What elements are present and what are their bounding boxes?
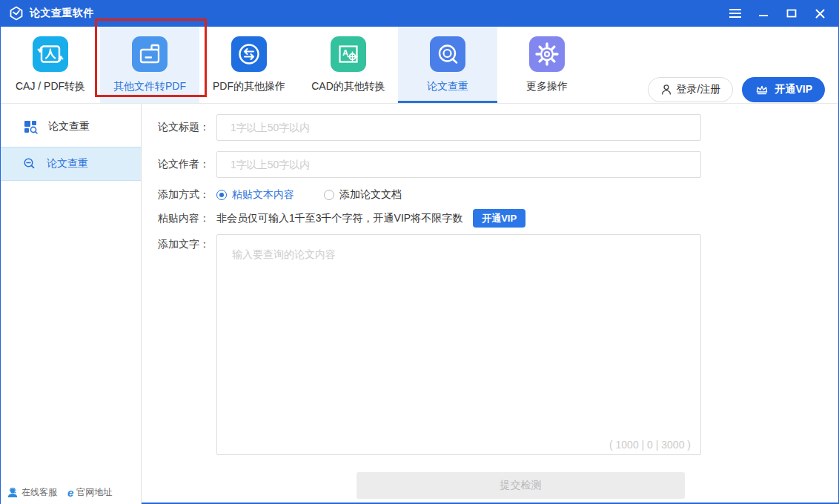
- gear-icon: [529, 36, 565, 72]
- user-icon: [660, 84, 672, 96]
- radio-paste-text-label: 粘贴文本内容: [232, 188, 294, 202]
- tab-more-operations[interactable]: 更多操作: [497, 27, 597, 103]
- add-text-label: 添加文字：: [142, 234, 210, 458]
- grid-search-icon: [23, 119, 38, 134]
- radio-unselected-icon: [324, 190, 334, 200]
- sidebar-item-label: 论文查重: [47, 157, 88, 170]
- paper-content-area: ( 1000 | 0 | 3000 ): [216, 234, 701, 458]
- zoom-out-icon: [23, 157, 36, 170]
- toolbar-tabs: CAJ / PDF转换 其他文件转PDF PDF的其他操作: [1, 27, 838, 104]
- submit-check-button[interactable]: 提交检测: [357, 472, 685, 499]
- tab-pdf-operations[interactable]: PDF的其他操作: [199, 27, 299, 103]
- add-method-row: 添加方式： 粘贴文本内容 添加论文文档: [142, 188, 838, 202]
- add-method-options: 粘贴文本内容 添加论文文档: [216, 188, 431, 202]
- paper-author-input[interactable]: [216, 151, 701, 178]
- paper-check-search-icon: [430, 36, 465, 72]
- paper-title-row: 论文标题：: [142, 114, 838, 141]
- paper-check-form: 论文标题： 论文作者： 添加方式： 粘贴文本内容 添加论文文档: [142, 104, 838, 504]
- login-register-button[interactable]: 登录/注册: [648, 77, 734, 102]
- swap-arrows-icon: [231, 36, 267, 72]
- open-vip-small-button[interactable]: 开通VIP: [473, 209, 525, 228]
- online-support-link[interactable]: 在线客服: [7, 486, 57, 499]
- paper-author-label: 论文作者：: [142, 158, 210, 171]
- maximize-button[interactable]: [780, 4, 803, 23]
- official-site-label: 官网地址: [76, 486, 112, 499]
- crown-icon: [755, 84, 769, 96]
- tab-label: 论文查重: [427, 80, 468, 93]
- tab-caj-pdf-convert[interactable]: CAJ / PDF转换: [1, 27, 100, 103]
- add-method-label: 添加方式：: [142, 188, 210, 202]
- tab-label: CAD的其他转换: [311, 80, 385, 93]
- open-vip-button[interactable]: 开通VIP: [742, 77, 825, 102]
- title-bar: 论文查重软件: [1, 0, 838, 27]
- tab-paper-check[interactable]: 论文查重: [398, 27, 497, 103]
- tab-cad-convert[interactable]: A CAD的其他转换: [299, 27, 398, 103]
- paper-author-row: 论文作者：: [142, 151, 838, 178]
- folder-to-pdf-icon: [132, 36, 168, 72]
- tab-label: 其他文件转PDF: [113, 80, 186, 93]
- sidebar: 论文查重 论文查重: [1, 104, 142, 504]
- support-agent-icon: [7, 487, 19, 499]
- menu-icon[interactable]: [724, 4, 746, 23]
- app-title: 论文查重软件: [30, 7, 94, 20]
- paste-content-row: 粘贴内容： 非会员仅可输入1千至3千个字符，开通VIP将不限字数 开通VIP: [142, 209, 838, 228]
- online-support-label: 在线客服: [21, 486, 57, 499]
- app-window: 论文查重软件: [0, 0, 839, 504]
- cad-convert-icon: A: [331, 36, 366, 72]
- sidebar-footer: 在线客服 e 官网地址: [7, 486, 122, 499]
- tab-label: PDF的其他操作: [213, 80, 285, 93]
- radio-add-document[interactable]: 添加论文文档: [324, 188, 402, 202]
- radio-add-document-label: 添加论文文档: [339, 188, 402, 202]
- paper-content-textarea[interactable]: [216, 234, 701, 455]
- tab-label: CAJ / PDF转换: [16, 80, 85, 93]
- close-button[interactable]: [809, 4, 831, 23]
- svg-text:A: A: [342, 48, 348, 57]
- account-actions: 登录/注册 开通VIP: [648, 77, 825, 102]
- sidebar-section-paper-check[interactable]: 论文查重: [1, 111, 141, 142]
- open-vip-label: 开通VIP: [775, 83, 812, 96]
- caj-pdf-convert-icon: [33, 36, 68, 72]
- tab-label: 更多操作: [526, 80, 568, 93]
- vip-limit-note: 非会员仅可输入1千至3千个字符，开通VIP将不限字数: [216, 212, 462, 225]
- minimize-button[interactable]: [752, 4, 775, 23]
- paper-title-label: 论文标题：: [142, 121, 210, 134]
- add-text-row: 添加文字： ( 1000 | 0 | 3000 ): [142, 234, 838, 458]
- app-body: 论文查重 论文查重: [1, 104, 838, 504]
- official-site-link[interactable]: e 官网地址: [67, 486, 112, 499]
- sidebar-item-paper-check[interactable]: 论文查重: [1, 147, 141, 181]
- login-register-label: 登录/注册: [677, 83, 721, 96]
- tab-other-to-pdf[interactable]: 其他文件转PDF: [100, 27, 199, 103]
- ie-browser-icon: e: [67, 487, 73, 498]
- app-logo-icon: [8, 5, 24, 21]
- radio-selected-icon: [216, 190, 227, 200]
- sidebar-section-label: 论文查重: [48, 120, 90, 133]
- paste-content-label: 粘贴内容：: [142, 212, 210, 225]
- radio-paste-text[interactable]: 粘贴文本内容: [216, 188, 294, 202]
- paper-title-input[interactable]: [216, 114, 701, 141]
